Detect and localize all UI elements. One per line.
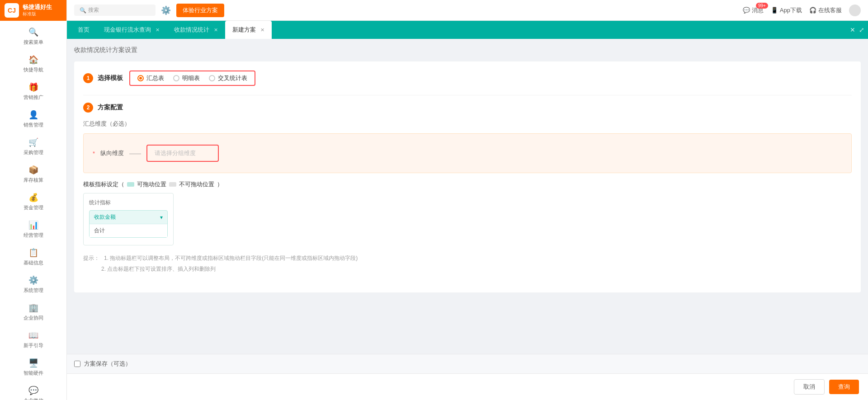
statistics-group-label: 统计指标 xyxy=(89,199,168,207)
save-label: 方案保存（可选） xyxy=(84,360,131,368)
indicator-box: 统计指标 收款金额 ▾ 合计 xyxy=(83,193,174,245)
radio-detail[interactable]: 明细表 xyxy=(173,74,200,82)
tab-bank-label: 现金银行流水查询 xyxy=(104,26,151,34)
logo-area: CJ 畅捷通好生 标准版 xyxy=(0,0,66,21)
radio-summary-label: 汇总表 xyxy=(146,74,164,82)
service-label: 在线客服 xyxy=(818,6,842,14)
tab-home[interactable]: 首页 xyxy=(71,21,97,39)
tab-new-close[interactable]: ✕ xyxy=(260,27,264,33)
close-window-icon[interactable]: ✕ xyxy=(850,26,855,33)
sidebar-item-operation[interactable]: 📊 经营管理 xyxy=(0,216,66,243)
radio-detail-label: 明细表 xyxy=(182,74,200,82)
tips-section: 提示： 1. 拖动标题栏可以调整布局，不可跨维度或指标区域拖动栏目字段(只能在同… xyxy=(83,253,852,274)
sidebar-nav: 🔍 搜索菜单 🏠 快捷导航 🎁 营销推广 👤 销售管理 🛒 采购管理 📦 库存核… xyxy=(0,21,66,400)
industry-button[interactable]: 体验行业方案 xyxy=(176,4,224,17)
sidebar-item-finance[interactable]: 💰 资金管理 xyxy=(0,188,66,216)
nav-icon-finance: 💰 xyxy=(28,193,38,202)
sidebar-item-inventory[interactable]: 📦 库存核算 xyxy=(0,160,66,188)
settings-card: 1 选择模板 汇总表 明细表 xyxy=(74,61,861,292)
indicator-tag-header: 收款金额 ▾ xyxy=(90,211,167,224)
step1-title: 选择模板 xyxy=(98,74,123,82)
radio-summary[interactable]: 汇总表 xyxy=(137,74,164,82)
sidebar-item-hardware[interactable]: 🖥️ 智能硬件 xyxy=(0,353,66,381)
sidebar-item-system[interactable]: ⚙️ 系统管理 xyxy=(0,271,66,298)
indicator-dropdown-icon[interactable]: ▾ xyxy=(160,214,163,221)
dimension-select[interactable]: 请选择分组维度 xyxy=(146,145,219,162)
nav-icon-guide: 📖 xyxy=(28,330,38,340)
sidebar-item-guide[interactable]: 📖 新手引导 xyxy=(0,326,66,353)
nav-icon-marketing: 🎁 xyxy=(28,82,38,92)
sidebar-item-sales[interactable]: 👤 销售管理 xyxy=(0,105,66,133)
search-box[interactable]: 🔍 搜索 xyxy=(74,5,156,16)
tab-bank[interactable]: 现金银行流水查询 ✕ xyxy=(97,21,167,39)
sidebar-item-nav[interactable]: 🏠 快捷导航 xyxy=(0,50,66,78)
tab-receipt-close[interactable]: ✕ xyxy=(214,27,218,33)
logo-icon: CJ xyxy=(5,3,19,18)
bottom-bar: 取消 查询 xyxy=(67,373,868,400)
maximize-icon[interactable]: ⤢ xyxy=(859,26,864,33)
sidebar-item-collab[interactable]: 🏢 企业协同 xyxy=(0,298,66,326)
tab-bank-close[interactable]: ✕ xyxy=(156,27,160,33)
nav-icon-basic: 📋 xyxy=(28,248,38,258)
tips-title: 提示： 1. 拖动标题栏可以调整布局，不可跨维度或指标区域拖动栏目字段(只能在同… xyxy=(83,253,852,264)
message-button[interactable]: 💬 消息 99+ xyxy=(743,6,764,14)
fixed-legend-color xyxy=(169,182,176,187)
nav-icon-search: 🔍 xyxy=(28,27,38,37)
tab-receipt-label: 收款情况统计 xyxy=(174,26,209,34)
nav-label-purchase: 采购管理 xyxy=(24,149,43,156)
top-header: 🔍 搜索 ⚙️ 体验行业方案 💬 消息 99+ 📱 App下载 🎧 在线客服 xyxy=(67,0,868,21)
indicator-tag[interactable]: 收款金额 ▾ 合计 xyxy=(89,210,168,238)
nav-icon-purchase: 🛒 xyxy=(28,137,38,147)
step1-section: 1 选择模板 汇总表 明细表 xyxy=(83,71,852,86)
nav-icon-nav: 🏠 xyxy=(28,55,38,65)
search-placeholder: 搜索 xyxy=(88,6,99,14)
radio-cross[interactable]: 交叉统计表 xyxy=(209,74,247,82)
nav-label-guide: 新手引导 xyxy=(24,342,43,349)
settings-button[interactable]: ⚙️ xyxy=(161,5,171,15)
radio-detail-circle xyxy=(173,75,179,81)
nav-icon-system: ⚙️ xyxy=(28,275,38,285)
user-avatar[interactable] xyxy=(849,5,861,16)
tab-receipt[interactable]: 收款情况统计 ✕ xyxy=(167,21,225,39)
save-checkbox[interactable] xyxy=(74,361,80,367)
tab-bar: 首页 现金银行流水查询 ✕ 收款情况统计 ✕ 新建方案 ✕ ✕ ⤢ xyxy=(67,21,868,39)
message-icon: 💬 xyxy=(743,7,750,14)
radio-summary-circle xyxy=(137,75,144,81)
sidebar-item-search[interactable]: 🔍 搜索菜单 xyxy=(0,23,66,50)
nav-label-system: 系统管理 xyxy=(24,287,43,294)
logo-text: 畅捷通好生 xyxy=(23,4,52,11)
step1-header: 1 选择模板 汇总表 明细表 xyxy=(83,71,852,86)
search-icon: 🔍 xyxy=(80,7,86,14)
sidebar-item-marketing[interactable]: 🎁 营销推广 xyxy=(0,78,66,105)
step2-header: 2 方案配置 xyxy=(83,103,852,113)
dimension-placeholder: 请选择分组维度 xyxy=(155,150,196,156)
tab-bar-actions: ✕ ⤢ xyxy=(850,26,864,33)
draggable-label: 可拖动位置 xyxy=(137,180,166,188)
arrow: —— xyxy=(129,150,141,157)
nav-label-operation: 经营管理 xyxy=(24,232,43,239)
indicator-tag-body: 合计 xyxy=(90,224,167,237)
service-button[interactable]: 🎧 在线客服 xyxy=(809,6,842,14)
query-button[interactable]: 查询 xyxy=(829,380,859,394)
page-title: 收款情况统计方案设置 xyxy=(74,46,861,54)
save-row: 方案保存（可选） xyxy=(67,354,868,373)
indicator-tag-sub: 合计 xyxy=(94,227,105,234)
radio-cross-circle xyxy=(209,75,215,81)
cancel-button[interactable]: 取消 xyxy=(794,379,825,395)
nav-label-wechat: 企业微信 xyxy=(24,397,43,400)
page-content: 收款情况统计方案设置 1 选择模板 汇总表 xyxy=(67,39,868,354)
step1-badge: 1 xyxy=(83,73,93,83)
indicator-section: 模板指标设定（ 可拖动位置 不可拖动位置 ） 统计指标 收款金额 xyxy=(83,180,852,245)
download-button[interactable]: 📱 App下载 xyxy=(771,6,802,14)
nav-icon-wechat: 💬 xyxy=(28,386,38,395)
sidebar-item-wechat[interactable]: 💬 企业微信 xyxy=(0,381,66,400)
step2-section: 2 方案配置 汇总维度（必选） * 纵向维度 —— 请选择分组维度 xyxy=(83,103,852,274)
sidebar-item-basic[interactable]: 📋 基础信息 xyxy=(0,243,66,271)
sidebar-item-purchase[interactable]: 🛒 采购管理 xyxy=(0,133,66,160)
nav-label-collab: 企业协同 xyxy=(24,315,43,321)
step2-title: 方案配置 xyxy=(98,104,123,112)
tip1: 1. 拖动标题栏可以调整布局，不可跨维度或指标区域拖动栏目字段(只能在同一维度或… xyxy=(104,255,358,261)
fixed-label: 不可拖动位置 xyxy=(179,180,214,188)
radio-cross-label: 交叉统计表 xyxy=(218,74,247,82)
tab-new[interactable]: 新建方案 ✕ xyxy=(225,21,272,39)
